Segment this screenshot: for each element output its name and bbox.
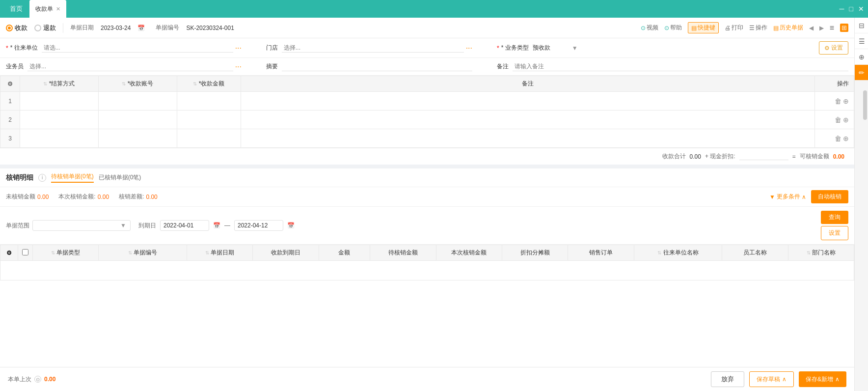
tab-pending[interactable]: 待核销单据(0笔)	[51, 172, 94, 183]
counterparty-input[interactable]	[42, 43, 233, 53]
row3-amount[interactable]	[177, 129, 241, 148]
store-label: 门店	[266, 44, 278, 52]
save-draft-btn[interactable]: 保存草稿 ∧	[749, 371, 794, 387]
row3-settlement[interactable]	[20, 129, 99, 148]
row2-delete[interactable]: 🗑	[835, 116, 841, 124]
current-info-icon[interactable]: ⊙	[34, 376, 41, 383]
sidebar-edit-icon[interactable]: ✏	[855, 65, 868, 81]
row2-account[interactable]	[99, 111, 177, 129]
row3-delete[interactable]: 🗑	[835, 135, 841, 142]
row1-note[interactable]	[241, 92, 815, 111]
radio-refund[interactable]: 退款	[34, 24, 56, 32]
row1-settlement[interactable]	[20, 92, 99, 111]
verification-title: 核销明细	[6, 173, 33, 182]
store-input[interactable]	[282, 43, 464, 53]
business-type-value: 预收款	[533, 44, 550, 52]
sidebar-link-icon[interactable]: ⊕	[855, 49, 868, 65]
row1-copy[interactable]: ⊕	[843, 97, 849, 105]
staff-more[interactable]: ···	[235, 62, 242, 71]
tab-done[interactable]: 已核销单据(0笔)	[99, 173, 141, 182]
radio-receipt[interactable]: 收款	[6, 24, 27, 32]
btcol-type: ⇅ 单据类型	[33, 245, 99, 261]
row3-account[interactable]	[99, 129, 177, 148]
counterparty-label: *	[6, 45, 8, 52]
toolbar-operation[interactable]: ☰操作	[749, 24, 767, 32]
staff-label: 业务员	[6, 62, 24, 71]
calendar-icon[interactable]: 📅	[137, 25, 145, 31]
row1-delete[interactable]: 🗑	[835, 97, 841, 105]
btcol-checkbox[interactable]	[18, 245, 33, 261]
store-more[interactable]: ···	[466, 44, 472, 53]
radio-refund-label: 退款	[43, 24, 56, 32]
btcol-due: 收款到期日	[253, 245, 319, 261]
net-label: 可核销金额	[800, 152, 829, 161]
sidebar-list-icon[interactable]: ☰	[855, 33, 868, 49]
counterparty-label-text: * 往来单位	[10, 44, 38, 52]
col-settings[interactable]: ⚙	[0, 76, 20, 92]
select-all-checkbox[interactable]	[22, 249, 28, 255]
verification-info-icon[interactable]: i	[38, 174, 46, 182]
col-settlement: ⇅ *结算方式	[20, 76, 99, 92]
row3-note[interactable]	[241, 129, 815, 148]
calendar-from-icon[interactable]: 📅	[213, 222, 220, 229]
sidebar-table-icon[interactable]: ⊟	[855, 18, 868, 33]
more-filter-btn[interactable]: ▼更多条件∧	[769, 193, 806, 201]
summary-label: 摘要	[266, 62, 278, 71]
toolbar-history[interactable]: ▤历史单据	[773, 24, 803, 32]
row2-copy[interactable]: ⊕	[843, 116, 849, 124]
toolbar-shortcut[interactable]: ▤快捷键	[688, 22, 719, 33]
summary-input[interactable]	[282, 62, 472, 71]
grid-view-icon[interactable]: ⊞	[840, 24, 848, 32]
table-row: 1 🗑 ⊕	[0, 92, 854, 111]
calendar-to-icon[interactable]: 📅	[287, 222, 295, 229]
tab-receipt-label: 收款单	[35, 0, 53, 18]
auto-verify-btn[interactable]: 自动核销	[811, 190, 848, 203]
nav-prev-icon[interactable]: ◀	[809, 25, 814, 31]
business-type-label: * 业务类型	[501, 44, 529, 52]
discount-input[interactable]	[739, 153, 788, 160]
list-view-icon[interactable]: ≡	[830, 24, 834, 32]
row2-settlement[interactable]	[20, 111, 99, 129]
current-check-value: 0.00	[98, 194, 109, 200]
btcol-settings[interactable]: ⚙	[0, 245, 18, 261]
total-value: 0.00	[690, 153, 701, 160]
staff-input[interactable]	[27, 62, 233, 71]
filter-settings-btn[interactable]: 设置	[821, 226, 848, 240]
equal-label: =	[792, 153, 796, 160]
toolbar-help[interactable]: ⊙帮助	[664, 24, 682, 32]
toolbar-print[interactable]: 🖨打印	[725, 24, 743, 32]
save-new-arrow: ∧	[835, 376, 840, 383]
query-btn[interactable]: 查询	[821, 211, 848, 224]
toolbar-video[interactable]: ⊙视频	[641, 24, 658, 32]
row1-amount[interactable]	[177, 92, 241, 111]
range-select[interactable]: ▼	[32, 220, 131, 231]
settings-button[interactable]: ⚙ 设置	[819, 41, 848, 55]
note-input[interactable]	[513, 62, 848, 71]
window-minimize[interactable]: ─	[840, 5, 844, 13]
diff-label: 核销差额:	[119, 193, 144, 201]
tab-close-icon[interactable]: ✕	[56, 0, 60, 18]
date-to-input[interactable]	[234, 220, 283, 231]
btcol-pending: 待核销金额	[370, 245, 436, 261]
date-separator: —	[224, 222, 230, 229]
number-value: SK-20230324-001	[186, 25, 234, 31]
nav-tab-home[interactable]: 首页	[4, 0, 28, 18]
row2-amount[interactable]	[177, 111, 241, 129]
nav-tab-receipt[interactable]: 收款单 ✕	[29, 0, 66, 18]
number-label: 单据编号	[156, 24, 179, 32]
save-new-btn[interactable]: 保存&新增 ∧	[799, 371, 846, 387]
row1-account[interactable]	[99, 92, 177, 111]
abandon-btn[interactable]: 放弃	[711, 371, 744, 387]
settings-icon: ⚙	[824, 45, 830, 52]
business-type-arrow[interactable]: ▼	[572, 45, 578, 52]
date-value: 2023-03-24	[101, 25, 131, 31]
window-close[interactable]: ✕	[858, 5, 864, 13]
window-maximize[interactable]: □	[849, 5, 853, 13]
date-from-input[interactable]	[160, 220, 209, 231]
counterparty-more[interactable]: ···	[235, 44, 242, 53]
row2-note[interactable]	[241, 111, 815, 129]
discount-label: + 现金折扣:	[705, 152, 735, 161]
due-label: 到期日	[138, 222, 156, 230]
row3-copy[interactable]: ⊕	[843, 135, 849, 142]
nav-next-icon[interactable]: ▶	[819, 25, 824, 31]
